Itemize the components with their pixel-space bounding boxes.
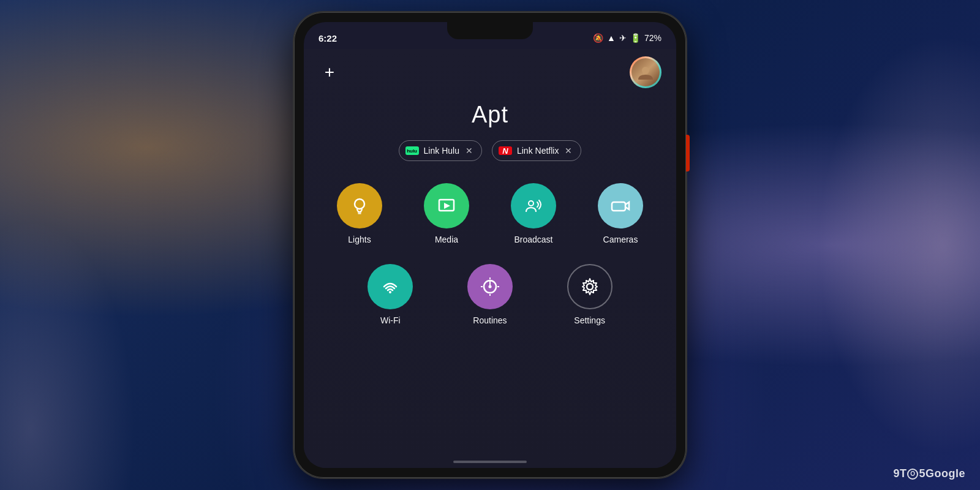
home-title: Apt [304, 102, 676, 128]
svg-point-1 [355, 199, 364, 209]
routines-item[interactable]: Routines [440, 259, 540, 330]
svg-point-8 [389, 291, 391, 293]
hulu-chip-close[interactable]: ✕ [466, 146, 473, 156]
avatar-image [637, 64, 654, 81]
add-button[interactable]: + [318, 61, 341, 83]
hulu-chip[interactable]: hulu Link Hulu ✕ [399, 140, 482, 161]
battery-icon: 🔋 [630, 33, 641, 43]
netflix-chip-close[interactable]: ✕ [565, 146, 572, 156]
hulu-logo: hulu [405, 146, 419, 155]
routines-label: Routines [473, 315, 507, 325]
media-icon [435, 195, 458, 217]
lights-icon-circle [337, 183, 382, 228]
chips-row: hulu Link Hulu ✕ N Link Netflix ✕ [304, 140, 676, 161]
settings-label: Settings [574, 315, 605, 325]
lights-icon [349, 195, 371, 217]
netflix-logo: N [499, 146, 512, 155]
broadcast-label: Broadcast [514, 235, 552, 244]
settings-item[interactable]: Settings [540, 259, 639, 330]
broadcast-icon [522, 195, 545, 217]
wifi-icon [379, 276, 401, 298]
phone-screen: 6:22 🔕 ▲ ✈ 🔋 72% + [304, 22, 676, 468]
airplane-icon: ✈ [619, 33, 627, 43]
svg-point-0 [642, 67, 649, 74]
avatar[interactable] [630, 56, 662, 88]
status-time: 6:22 [318, 33, 337, 43]
phone-wrapper: 6:22 🔕 ▲ ✈ 🔋 72% + [294, 12, 686, 478]
mute-icon: 🔕 [593, 33, 603, 43]
bottom-bar [453, 461, 527, 463]
lights-label: Lights [348, 235, 371, 244]
cameras-icon-circle [598, 183, 643, 228]
screen-content: + Apt hulu [304, 49, 676, 468]
svg-point-11 [488, 285, 491, 288]
media-item[interactable]: Media [403, 178, 490, 249]
cameras-item[interactable]: Cameras [577, 178, 664, 249]
svg-rect-7 [612, 202, 625, 211]
netflix-chip[interactable]: N Link Netflix ✕ [492, 140, 581, 161]
avatar-inner [631, 58, 660, 86]
netflix-chip-label: Link Netflix [517, 146, 559, 156]
wifi-icon-circle [368, 264, 413, 309]
svg-marker-5 [444, 203, 450, 209]
battery-percent: 72% [644, 33, 662, 43]
icon-grid-row2: Wi-Fi [304, 259, 676, 330]
broadcast-item[interactable]: Broadcast [490, 178, 577, 249]
settings-icon [579, 276, 601, 298]
lights-item[interactable]: Lights [316, 178, 403, 249]
phone-body: 6:22 🔕 ▲ ✈ 🔋 72% + [294, 12, 686, 478]
status-icons: 🔕 ▲ ✈ 🔋 72% [593, 33, 662, 43]
cameras-icon [609, 195, 631, 217]
media-icon-circle [424, 183, 469, 228]
media-label: Media [435, 235, 458, 244]
broadcast-icon-circle [511, 183, 556, 228]
notch [447, 22, 533, 39]
wifi-label: Wi-Fi [380, 315, 401, 325]
top-bar: + [304, 49, 676, 96]
watermark: 9TO5Google [893, 467, 965, 480]
wifi-icon: ▲ [607, 33, 616, 43]
routines-icon [479, 276, 501, 298]
settings-icon-circle [567, 264, 612, 309]
routines-icon-circle [467, 264, 513, 309]
watermark-circle-o: O [907, 469, 918, 480]
icon-grid-row1: Lights Media [304, 178, 676, 249]
svg-point-6 [529, 201, 533, 206]
hulu-chip-label: Link Hulu [424, 146, 459, 156]
wifi-item[interactable]: Wi-Fi [341, 259, 440, 330]
svg-point-16 [587, 284, 593, 290]
cameras-label: Cameras [603, 235, 638, 244]
